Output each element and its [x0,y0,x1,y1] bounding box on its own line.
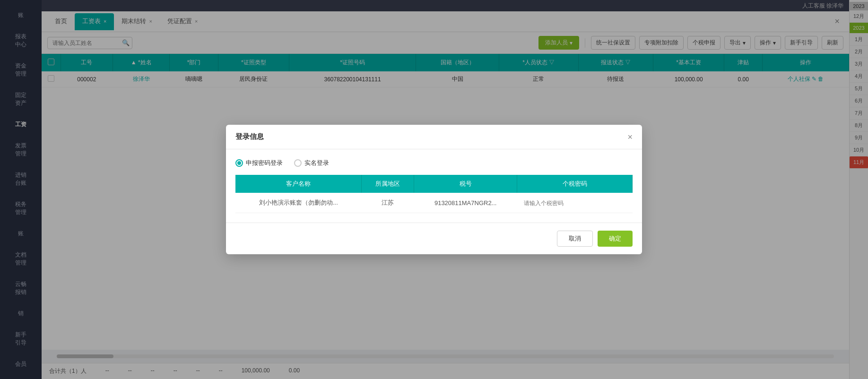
modal-col-password: 个税密码 [517,175,633,193]
modal-cell-name: 刘小艳演示账套（勿删勿动... [235,193,362,213]
modal-cell-region: 江苏 [362,193,414,213]
modal-table: 客户名称 所属地区 税号 个税密码 刘小艳演示账套（勿删勿动... 江苏 913… [235,175,633,213]
modal-footer: 取消 确定 [226,223,642,254]
confirm-button[interactable]: 确定 [598,231,633,247]
login-modal: 登录信息 × 申报密码登录 实名登录 [226,125,642,254]
modal-cell-tax: 91320811MA7NGR2... [414,193,517,213]
radio-password-login[interactable]: 申报密码登录 [235,159,283,167]
radio-realname-login[interactable]: 实名登录 [294,159,329,167]
modal-cell-password[interactable] [517,193,633,213]
cancel-button[interactable]: 取消 [557,231,593,247]
modal-col-tax: 税号 [414,175,517,193]
modal-header: 登录信息 × [226,125,642,149]
tax-password-input[interactable] [524,200,626,207]
modal-close-btn[interactable]: × [627,133,633,141]
modal-col-region: 所属地区 [362,175,414,193]
radio-realname-dot [294,159,302,167]
radio-password-dot [235,159,243,167]
modal-table-row: 刘小艳演示账套（勿删勿动... 江苏 91320811MA7NGR2... [235,193,633,213]
modal-body: 申报密码登录 实名登录 客户名称 所属地区 税号 个税密码 [226,149,642,223]
app-container: 账 报表中心 资金管理 固定资产 工资 发票管理 进销台账 税务管理 账 文档管… [0,0,868,379]
modal-overlay: 登录信息 × 申报密码登录 实名登录 [0,0,868,379]
modal-col-name: 客户名称 [235,175,362,193]
radio-group: 申报密码登录 实名登录 [235,159,633,167]
modal-title: 登录信息 [235,132,264,141]
